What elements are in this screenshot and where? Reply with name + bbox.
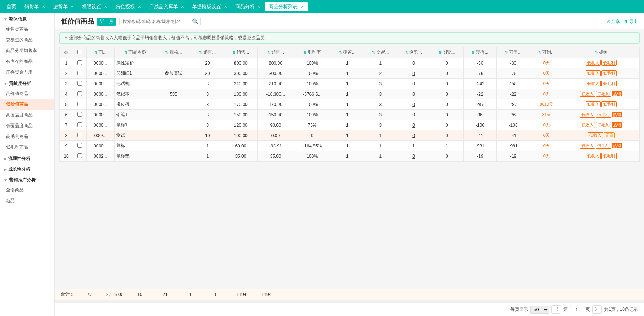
table-row[interactable]: 7 0000... 鼠标1 3 120.00 90.00 75% 1 3 0 0… bbox=[60, 120, 640, 130]
row-checkbox[interactable] bbox=[77, 91, 82, 96]
current-page-input[interactable] bbox=[570, 306, 583, 313]
view1-link[interactable]: 0 bbox=[412, 133, 415, 138]
filter-tag[interactable]: 近一月 bbox=[97, 18, 116, 26]
nav-product-analysis[interactable]: 商品分析 ✕ bbox=[232, 2, 265, 11]
export-button[interactable]: ⬆ 导出 bbox=[624, 18, 638, 25]
table-row[interactable]: 3 0000... 电话机 3 210.00 210.00 100% 1 3 0… bbox=[60, 79, 640, 89]
nav-sales[interactable]: 销货单 ✕ bbox=[21, 2, 49, 11]
select-all-checkbox[interactable] bbox=[77, 50, 82, 54]
sidebar-item-sales-category[interactable]: 销售类商品 bbox=[0, 24, 54, 35]
sidebar-section-marketing[interactable]: ▼ 营销推广分析 bbox=[0, 174, 54, 185]
view1-link[interactable]: 1 bbox=[412, 143, 415, 149]
cell-view1[interactable]: 0 bbox=[397, 110, 430, 120]
sidebar-item-low-margin[interactable]: 低毛利商品 bbox=[0, 142, 54, 153]
nav-permission[interactable]: 权限设置 ✕ bbox=[78, 2, 111, 11]
cell-name[interactable]: 鼠标垫 bbox=[114, 151, 156, 162]
sidebar-item-in-stock[interactable]: 有库存的商品 bbox=[0, 56, 54, 67]
nav-purchase[interactable]: 进货单 ✕ bbox=[50, 2, 78, 11]
nav-stock[interactable]: 产成品入库单 ✕ bbox=[145, 2, 188, 11]
cell-checkbox[interactable] bbox=[73, 99, 86, 110]
row-checkbox[interactable] bbox=[77, 60, 82, 65]
nav-permission-close[interactable]: ✕ bbox=[104, 4, 107, 9]
sort-icon-code[interactable]: ⇅ bbox=[94, 50, 97, 54]
table-row[interactable]: 5 0000... 橡皮擦 3 170.00 170.00 100% 1 3 0… bbox=[60, 99, 640, 110]
gear-icon[interactable]: ⚙ bbox=[64, 50, 68, 55]
sort-icon-gross-margin[interactable]: ⇅ bbox=[303, 50, 306, 54]
cell-name[interactable]: 铅笔1 bbox=[114, 110, 156, 120]
horizontal-scrollbar[interactable] bbox=[55, 300, 644, 303]
cell-view1[interactable]: 0 bbox=[397, 151, 430, 162]
sidebar-item-low-value[interactable]: 低价值商品 bbox=[0, 99, 54, 110]
nav-template-close[interactable]: ✕ bbox=[224, 4, 227, 9]
nav-home[interactable]: 首页 bbox=[3, 2, 20, 11]
row-checkbox[interactable] bbox=[77, 153, 82, 158]
sort-icon-current[interactable]: ⇅ bbox=[472, 50, 474, 54]
sidebar-item-capital[interactable]: 库存资金占用 bbox=[0, 67, 54, 78]
table-row[interactable]: 6 0000... 铅笔1 3 150.00 150.00 100% 1 3 0… bbox=[60, 110, 640, 120]
sidebar-section-growth[interactable]: ▶ 成长性分析 bbox=[0, 163, 54, 174]
sidebar-item-low-coverage[interactable]: 低覆盖度商品 bbox=[0, 120, 54, 131]
view1-link[interactable]: 0 bbox=[412, 61, 415, 66]
nav-purchase-close[interactable]: ✕ bbox=[70, 4, 74, 9]
nav-template[interactable]: 单据模板设置 ✕ bbox=[188, 2, 231, 11]
sidebar-section-overall[interactable]: ▼ 整体信息 bbox=[0, 13, 54, 24]
sort-icon-name[interactable]: ⇅ bbox=[124, 50, 127, 54]
nav-role-close[interactable]: ✕ bbox=[138, 4, 141, 9]
cell-checkbox[interactable] bbox=[73, 130, 86, 141]
page-size-select[interactable]: 50 100 bbox=[530, 306, 549, 314]
nav-stock-close[interactable]: ✕ bbox=[181, 4, 184, 9]
col-checkbox[interactable] bbox=[73, 47, 86, 58]
sidebar-section-contribution[interactable]: ▼ 贡献度分析 bbox=[0, 78, 54, 88]
table-row[interactable]: 8 000/... 测试 10 100.00 0.00 0 1 1 0 0 -4… bbox=[60, 130, 640, 141]
view1-link[interactable]: 0 bbox=[412, 92, 415, 97]
cell-name[interactable]: 鼠标1 bbox=[114, 120, 156, 130]
col-gear[interactable]: ⚙ bbox=[60, 47, 73, 58]
sort-icon-saleable[interactable]: ⇅ bbox=[538, 50, 541, 54]
view1-link[interactable]: 0 bbox=[412, 112, 415, 118]
sidebar-item-traded[interactable]: 交易过的商品 bbox=[0, 35, 54, 45]
cell-view1[interactable]: 1 bbox=[397, 141, 430, 151]
sort-icon-sale-qty[interactable]: ⇅ bbox=[199, 50, 202, 54]
cell-checkbox[interactable] bbox=[73, 89, 86, 99]
nav-role[interactable]: 角色授权 ✕ bbox=[112, 2, 145, 11]
sidebar-item-all-products[interactable]: 全部商品 bbox=[0, 185, 54, 196]
nav-product-list[interactable]: 商品分析列表 ✕ bbox=[265, 2, 308, 11]
sort-icon-trade[interactable]: ⇅ bbox=[372, 50, 375, 54]
sidebar-item-category-rate[interactable]: 商品分类销售率 bbox=[0, 45, 54, 56]
table-row[interactable]: 2 0000... 吴细细1 参加复试 30 300.00 300.00 100… bbox=[60, 68, 640, 79]
search-input[interactable] bbox=[119, 17, 201, 26]
nav-sales-close[interactable]: ✕ bbox=[42, 4, 45, 9]
cell-name[interactable]: 橡皮擦 bbox=[114, 99, 156, 110]
sort-icon-view2[interactable]: ⇅ bbox=[439, 50, 442, 54]
cell-checkbox[interactable] bbox=[73, 79, 86, 89]
row-checkbox[interactable] bbox=[77, 112, 82, 117]
row-checkbox[interactable] bbox=[77, 133, 82, 137]
cell-name[interactable]: 属性定价 bbox=[114, 58, 156, 68]
cell-name[interactable]: 测试 bbox=[114, 130, 156, 141]
cell-checkbox[interactable] bbox=[73, 151, 86, 162]
row-checkbox[interactable] bbox=[77, 102, 82, 106]
cell-view1[interactable]: 0 bbox=[397, 58, 430, 68]
sidebar-item-high-value[interactable]: 高价值商品 bbox=[0, 88, 54, 99]
view1-link[interactable]: 0 bbox=[412, 81, 415, 86]
nav-product-list-close[interactable]: ✕ bbox=[301, 4, 304, 9]
cell-checkbox[interactable] bbox=[73, 68, 86, 79]
search-icon[interactable]: 🔍 bbox=[192, 18, 198, 24]
cell-checkbox[interactable] bbox=[73, 110, 86, 120]
cell-view1[interactable]: 0 bbox=[397, 99, 430, 110]
row-checkbox[interactable] bbox=[77, 143, 82, 148]
table-row[interactable]: 4 0000... 笔记本 535 3 180.00 -10,380... -5… bbox=[60, 89, 640, 99]
view1-link[interactable]: 0 bbox=[412, 154, 415, 159]
cell-checkbox[interactable] bbox=[73, 58, 86, 68]
cell-view1[interactable]: 0 bbox=[397, 89, 430, 99]
view1-link[interactable]: 0 bbox=[412, 102, 415, 107]
first-page-button[interactable]: 《 bbox=[551, 305, 561, 314]
sort-icon-coverage[interactable]: ⇅ bbox=[339, 50, 342, 54]
cell-checkbox[interactable] bbox=[73, 120, 86, 130]
cell-name[interactable]: 鼠标 bbox=[114, 141, 156, 151]
cell-view1[interactable]: 0 bbox=[397, 130, 430, 141]
table-row[interactable]: 10 0002... 鼠标垫 1 35.00 35.00 100% 1 1 0 … bbox=[60, 151, 640, 162]
row-checkbox[interactable] bbox=[77, 122, 82, 127]
cell-name[interactable]: 吴细细1 bbox=[114, 68, 156, 79]
view1-link[interactable]: 0 bbox=[412, 71, 415, 76]
